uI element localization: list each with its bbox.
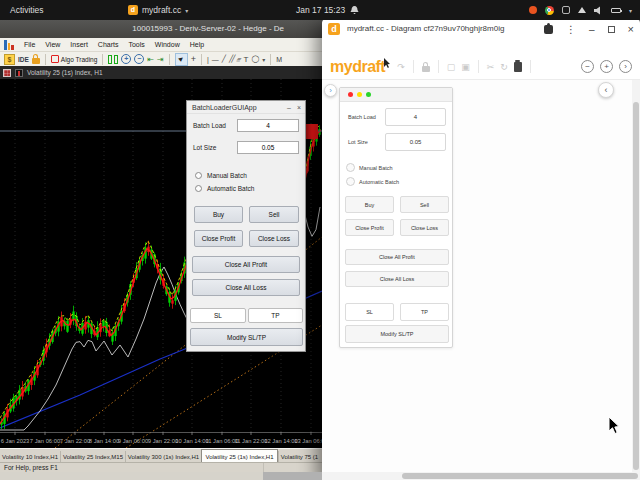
- mt5-title-bar[interactable]: 100015993 - Deriv-Server-02 - Hedge - De: [0, 20, 322, 38]
- tab-volatility-75[interactable]: Volatility 75 (1: [278, 451, 320, 463]
- automatic-batch-radio[interactable]: [346, 177, 355, 186]
- cut-icon[interactable]: ✂: [487, 62, 495, 72]
- batchloader-mockup-card[interactable]: Batch Load Lot Size Manual Batch Automat…: [339, 87, 453, 348]
- ide-button[interactable]: IDE: [18, 56, 29, 63]
- minimize-icon[interactable]: –: [589, 24, 595, 35]
- dialog-close-icon[interactable]: ×: [297, 104, 301, 111]
- dialog-minimize-icon[interactable]: –: [287, 104, 291, 111]
- buy-button[interactable]: Buy: [345, 196, 394, 213]
- sl-button[interactable]: SL: [345, 303, 394, 321]
- close-loss-button[interactable]: Close Loss: [249, 230, 299, 247]
- close-all-profit-button[interactable]: Close All Profit: [345, 249, 449, 265]
- tray-chevron-down-icon[interactable]: ▾: [629, 7, 632, 14]
- chrome-icon[interactable]: [545, 6, 554, 15]
- manual-batch-radio[interactable]: [346, 163, 355, 172]
- menu-charts[interactable]: Charts: [98, 41, 119, 48]
- ungroup-icon[interactable]: ▣: [461, 62, 470, 72]
- close-loss-button[interactable]: Close Loss: [400, 219, 449, 236]
- automatic-batch-label: Automatic Batch: [207, 185, 254, 192]
- zoom-out-button[interactable]: −: [581, 60, 594, 73]
- close-icon[interactable]: ×: [628, 23, 634, 35]
- menu-window[interactable]: Window: [155, 41, 180, 48]
- sl-button[interactable]: SL: [190, 308, 246, 323]
- manual-batch-radio[interactable]: [195, 172, 202, 179]
- screenshot-tool-icon[interactable]: [562, 6, 570, 14]
- chart-shift-left-icon[interactable]: ⇤: [147, 55, 154, 64]
- activities-button[interactable]: Activities: [10, 0, 44, 20]
- app-indicator-icon[interactable]: [529, 6, 537, 14]
- kebab-menu-icon[interactable]: ⋮: [566, 24, 576, 35]
- market-watch-icon[interactable]: [3, 69, 11, 77]
- close-all-profit-button[interactable]: Close All Profit: [192, 256, 300, 273]
- chevron-down-icon: ▾: [185, 7, 188, 14]
- buy-button[interactable]: Buy: [194, 206, 243, 223]
- lot-size-input[interactable]: [385, 133, 446, 151]
- tp-button[interactable]: TP: [400, 303, 449, 321]
- equidistant-tool-icon[interactable]: ≡: [234, 56, 242, 63]
- shapes-tool-icon[interactable]: ◯: [251, 55, 259, 63]
- trendline-tool-icon[interactable]: ╱: [222, 55, 226, 63]
- tab-volatility-25-m15[interactable]: Volatility 25 Index,M15: [60, 451, 125, 463]
- modify-sltp-button[interactable]: Modify SL/TP: [345, 325, 449, 343]
- zoom-in-icon[interactable]: +: [121, 54, 131, 64]
- right-sidebar-toggle[interactable]: ‹: [598, 82, 614, 98]
- channel-tool-icon[interactable]: ╱╱: [229, 55, 233, 63]
- window-controls: ⋮ – ×: [544, 18, 634, 40]
- close-all-loss-button[interactable]: Close All Loss: [192, 279, 300, 296]
- svg-text:10 Jan 14:00: 10 Jan 14:00: [175, 438, 209, 444]
- sell-button[interactable]: Sell: [400, 196, 449, 213]
- chrome-title-bar[interactable]: d mydraft.cc - Diagram cf27n9uv70hghjr8m…: [322, 18, 640, 40]
- tp-button[interactable]: TP: [248, 308, 303, 323]
- zoom-in-button[interactable]: +: [600, 60, 613, 73]
- tab-volatility-25-1s[interactable]: Volatility 25 (1s) Index,H1: [201, 449, 278, 463]
- mt5-toolbar: $ IDE Algo Trading + − ⇤ ⇥ ▶ + | — ╱ ╱╱ …: [0, 51, 322, 66]
- volume-icon[interactable]: [594, 6, 603, 15]
- sell-button[interactable]: Sell: [249, 206, 299, 223]
- batch-load-input[interactable]: [385, 108, 446, 126]
- tab-volatility-300[interactable]: Volatility 300 (1s) Index,H1: [125, 451, 201, 463]
- right-panel-button[interactable]: ›: [619, 60, 632, 73]
- paste-icon[interactable]: [514, 62, 522, 72]
- cursor-tool-button[interactable]: ▶: [175, 53, 188, 66]
- maximize-icon[interactable]: [608, 26, 615, 33]
- network-icon[interactable]: [578, 7, 586, 13]
- horizontal-scrollbar-thumb[interactable]: [402, 473, 638, 479]
- close-all-loss-button[interactable]: Close All Loss: [345, 271, 449, 287]
- redo-icon[interactable]: ↷: [397, 62, 405, 72]
- svg-text:7 Jan 22:00: 7 Jan 22:00: [60, 438, 90, 444]
- group-icon[interactable]: ▢: [447, 62, 456, 72]
- vertical-line-tool-icon[interactable]: |: [207, 56, 209, 63]
- shapes-chevron-down-icon[interactable]: ▾: [262, 56, 265, 63]
- more-tools-icon[interactable]: M: [276, 56, 282, 63]
- horizontal-line-tool-icon[interactable]: —: [212, 56, 219, 63]
- lock-icon[interactable]: [32, 54, 40, 64]
- chart-shift-right-icon[interactable]: ⇥: [157, 55, 164, 64]
- left-sidebar-toggle[interactable]: ›: [324, 84, 337, 97]
- modify-sltp-button[interactable]: Modify SL/TP: [190, 328, 303, 346]
- zoom-out-icon[interactable]: −: [134, 54, 144, 64]
- focused-app-button[interactable]: d mydraft.cc ▾: [128, 0, 188, 20]
- crosshair-tool-icon[interactable]: +: [191, 54, 196, 64]
- trade-dollar-icon[interactable]: $: [4, 54, 15, 65]
- menu-insert[interactable]: Insert: [70, 41, 88, 48]
- extensions-icon[interactable]: [544, 25, 553, 34]
- menu-file[interactable]: File: [24, 41, 35, 48]
- algo-trading-button[interactable]: Algo Trading: [51, 55, 98, 63]
- lot-size-input[interactable]: [237, 141, 299, 154]
- close-profit-button[interactable]: Close Profit: [345, 219, 394, 236]
- new-chart-icon[interactable]: [108, 55, 118, 64]
- text-tool-icon[interactable]: T: [244, 55, 249, 64]
- tab-volatility-10[interactable]: Volatility 10 Index,H1: [0, 451, 60, 463]
- menu-help[interactable]: Help: [190, 41, 204, 48]
- rotate-icon[interactable]: ↻: [500, 62, 508, 72]
- automatic-batch-radio[interactable]: [195, 185, 202, 192]
- vertical-scrollbar-thumb[interactable]: [633, 102, 639, 470]
- close-profit-button[interactable]: Close Profit: [194, 230, 243, 247]
- battery-icon[interactable]: [611, 8, 621, 13]
- menu-view[interactable]: View: [45, 41, 60, 48]
- batch-load-input[interactable]: [237, 119, 299, 132]
- clock-button[interactable]: Jan 17 15:23: [296, 0, 359, 20]
- lock-icon[interactable]: [422, 62, 430, 72]
- system-tray[interactable]: ▾: [529, 0, 632, 20]
- menu-tools[interactable]: Tools: [128, 41, 144, 48]
